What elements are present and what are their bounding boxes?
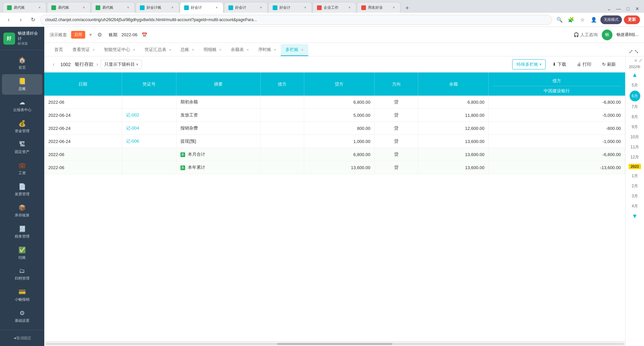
refresh-button[interactable]: ↻ 刷新 [598, 60, 620, 69]
demo-mode-badge[interactable]: 启用 [71, 31, 85, 39]
sidebar-item-report[interactable]: ☁ 云报表中心 [2, 95, 42, 116]
search-icon[interactable]: 🔍 [555, 15, 564, 24]
update-button[interactable]: 更新 [624, 15, 640, 24]
calendar-icon[interactable]: 📅 [142, 32, 147, 38]
next-account-button[interactable]: › [96, 61, 98, 67]
tab-close-6[interactable]: × [259, 5, 263, 10]
tab-balance-table-close[interactable]: × [247, 48, 249, 52]
prev-account-button[interactable]: ‹ [50, 60, 58, 68]
tab-smart-voucher-close[interactable]: × [133, 48, 135, 52]
browser-tab-6[interactable]: 好会计 × [224, 2, 268, 13]
special-column-button[interactable]: 特殊多栏账 ▾ [512, 59, 546, 69]
tab-voucher-summary-close[interactable]: × [169, 48, 171, 52]
tab-voucher-summary[interactable]: 凭证汇总表 × [140, 44, 176, 56]
tab-general-ledger-close[interactable]: × [192, 48, 194, 52]
wuhen-mode-button[interactable]: 无痕模式 [600, 15, 622, 24]
profile-icon[interactable]: 👤 [589, 15, 598, 24]
date-nav-down-button[interactable]: ▼ [626, 213, 644, 220]
sidebar-item-inventory[interactable]: 📦 库存核算 [2, 201, 42, 221]
browser-tab-7[interactable]: 好会计 × [268, 2, 312, 13]
extension-icon[interactable]: 🧩 [566, 15, 576, 24]
sidebar-item-tax[interactable]: 🧾 税务管理 [2, 222, 42, 242]
horizontal-scrollbar[interactable] [44, 341, 625, 346]
consult-button[interactable]: 🎧 人工咨询 [574, 32, 598, 38]
settings-gear-icon[interactable]: ⚙ [97, 32, 102, 38]
date-nav-up-button[interactable]: ▲ [626, 71, 644, 79]
tab-close-3[interactable]: × [126, 5, 130, 10]
browser-tab-2[interactable]: 易代账 × [47, 2, 91, 13]
browser-tab-3[interactable]: 易代账 × [91, 2, 135, 13]
tab-close-8[interactable]: × [347, 5, 352, 10]
tab-sequence-ledger-close[interactable]: × [274, 48, 276, 52]
sidebar-item-salary[interactable]: 💼 工资 [2, 158, 42, 179]
month-2022-05[interactable]: 5月 [628, 81, 642, 90]
sidebar-item-ledger[interactable]: 📒 总账 [2, 74, 42, 95]
sidebar-item-fund[interactable]: 💰 资金管理 [2, 116, 42, 137]
month-2022-06[interactable]: 6月 [630, 91, 640, 101]
browser-tab-4[interactable]: 好会计账 × [136, 2, 179, 13]
dropdown-arrow-icon[interactable]: ▾ [89, 32, 92, 38]
date-nav-close-icon[interactable]: × [634, 58, 637, 64]
ledger-table-wrapper[interactable]: 日期 凭证号 摘要 借方 贷方 方向 余额 借方 中国建设银 [44, 72, 625, 341]
browser-tab-9[interactable]: 用友好业 × [357, 2, 400, 13]
maximize-button[interactable]: □ [624, 5, 632, 13]
user-avatar[interactable]: 畅 [602, 30, 612, 40]
month-2022-12[interactable]: 12月 [628, 152, 642, 162]
scroll-thumb[interactable] [277, 343, 393, 345]
tab-balance-table[interactable]: 余额表 × [226, 44, 253, 56]
download-button[interactable]: ⬇ 下载 [548, 60, 570, 69]
sidebar-item-guide[interactable]: 🎯 新手引导 [2, 327, 42, 330]
month-2023-02[interactable]: 2月 [628, 181, 642, 191]
tab-general-ledger[interactable]: 总账 × [176, 44, 199, 56]
tab-view-voucher-close[interactable]: × [93, 48, 95, 52]
month-2023-03[interactable]: 3月 [628, 191, 642, 201]
sidebar-item-expense[interactable]: 💳 小畅报销 [2, 285, 42, 305]
minimize-button[interactable]: — [614, 5, 623, 13]
month-2022-11[interactable]: 11月 [628, 142, 642, 152]
month-2023-01[interactable]: 1月 [628, 171, 642, 181]
sidebar-item-invoice[interactable]: 📄 发票管理 [2, 180, 42, 200]
forward-button[interactable]: › [16, 15, 25, 24]
tab-close-7[interactable]: × [303, 5, 308, 10]
tab-smart-voucher[interactable]: 智能凭证中心 × [99, 44, 140, 56]
tab-sequence-ledger[interactable]: 序时账 × [254, 44, 281, 56]
tab-close-9[interactable]: × [391, 5, 396, 10]
bookmark-icon[interactable]: ☆ [578, 15, 587, 24]
td-voucher-3[interactable]: 记-004 [122, 122, 176, 135]
month-2023-04[interactable]: 4月 [628, 201, 642, 211]
address-input[interactable] [40, 15, 552, 25]
back-button[interactable]: ‹ [4, 15, 13, 24]
browser-tab-5[interactable]: 好会计 × [180, 2, 223, 13]
month-2022-08[interactable]: 8月 [628, 112, 642, 121]
month-2022-07[interactable]: 7月 [628, 102, 642, 111]
tab-close-4[interactable]: × [170, 5, 175, 10]
month-2022-10[interactable]: 10月 [628, 132, 642, 142]
sub-filter-dropdown[interactable]: 只显示下级科目 ▾ [101, 60, 142, 69]
sidebar-item-archive[interactable]: 🗂 归档管理 [2, 264, 42, 284]
sidebar-item-asset[interactable]: 🏗 固定资产 [2, 138, 42, 158]
tab-multi-column[interactable]: 多栏账 × [281, 44, 308, 56]
browser-tab-8[interactable]: 企业工作 × [313, 2, 356, 13]
date-nav-expand-icon[interactable]: ⤢ [639, 58, 643, 64]
tab-detail-ledger-close[interactable]: × [219, 48, 221, 52]
tab-close-1[interactable]: × [37, 5, 42, 10]
unpin-button[interactable]: ◄取消固定 [3, 334, 41, 343]
month-2022-09[interactable]: 9月 [628, 122, 642, 132]
expand-tabs-button[interactable]: ⤢ ⤡ [629, 48, 639, 55]
sidebar-item-close[interactable]: ✅ 结账 [2, 243, 42, 263]
reload-button[interactable]: ↻ [28, 15, 38, 24]
tab-home[interactable]: 首页 [50, 44, 68, 56]
td-voucher-4[interactable]: 记-006 [122, 135, 176, 148]
td-voucher-2[interactable]: 记-002 [122, 109, 176, 122]
tab-view-voucher[interactable]: 查看凭证 × [68, 44, 99, 56]
new-tab-button[interactable]: + [402, 3, 412, 13]
tab-close-2[interactable]: × [82, 5, 86, 10]
print-button[interactable]: 🖨 打印 [573, 60, 595, 69]
browser-tab-1[interactable]: 易代账 × [3, 2, 46, 13]
tab-detail-ledger[interactable]: 明细账 × [199, 44, 226, 56]
tab-close-5[interactable]: × [214, 5, 219, 10]
sidebar-item-settings[interactable]: ⚙ 基础设置 [2, 306, 42, 327]
sidebar-item-home[interactable]: 🏠 首页 [2, 53, 42, 73]
tab-multi-column-close[interactable]: × [301, 48, 303, 52]
tab-list-button[interactable]: ⌄ [605, 5, 613, 13]
